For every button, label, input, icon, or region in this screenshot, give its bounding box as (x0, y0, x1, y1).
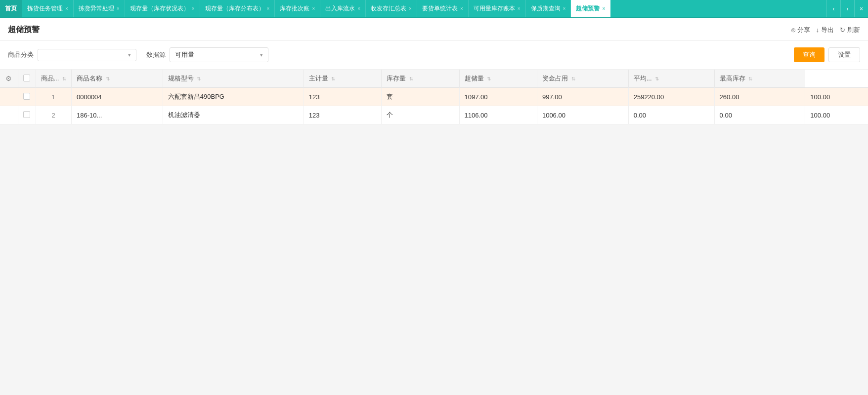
nav-item-shelf-life[interactable]: 保质期查询 × (526, 0, 571, 17)
sort-icon: ⇅ (655, 76, 659, 81)
col-header-stock[interactable]: 库存量 ⇅ (382, 70, 459, 88)
nav-item-flow[interactable]: 出入库流水 × (320, 0, 366, 17)
page-header: 超储预警 ⎋ 分享 ↓ 导出 ↻ 刷新 (0, 18, 868, 40)
overstock-table: ⚙ 商品... ⇅ 商品名称 ⇅ 规格型号 ⇅ 主计量 (0, 70, 868, 124)
filter-actions: 查询 设置 (794, 47, 860, 62)
close-icon[interactable]: × (518, 6, 521, 11)
row-check (18, 88, 36, 106)
row-capital: 0.00 (628, 106, 714, 124)
header-actions: ⎋ 分享 ↓ 导出 ↻ 刷新 (791, 26, 861, 35)
row-settings (0, 88, 18, 106)
row-spec: 123 (304, 88, 381, 106)
close-icon[interactable]: × (602, 6, 605, 11)
nav-item-home[interactable]: 首页 (0, 0, 22, 17)
table-row[interactable]: 2 186-10... 机油滤清器 123 个 1106.00 1006.00 … (0, 106, 868, 124)
nav-item-available[interactable]: 可用量库存账本 × (469, 0, 526, 17)
data-table-container: ⚙ 商品... ⇅ 商品名称 ⇅ 规格型号 ⇅ 主计量 (0, 70, 868, 124)
sort-icon: ⇅ (409, 76, 413, 81)
category-label: 商品分类 (8, 50, 34, 59)
row-unit: 套 (382, 88, 459, 106)
category-select[interactable]: ▾ (38, 49, 136, 61)
sort-icon: ⇅ (331, 76, 335, 81)
datasource-filter-group: 数据源 可用量 ▾ (146, 47, 268, 62)
row-overstock: 1006.00 (537, 106, 628, 124)
nav-item-summary[interactable]: 收发存汇总表 × (366, 0, 417, 17)
row-unit: 个 (382, 106, 459, 124)
sort-icon: ⇅ (571, 76, 575, 81)
datasource-select[interactable]: 可用量 ▾ (170, 47, 268, 62)
row-code: 186-10... (71, 106, 163, 124)
row-max-stock: 100.00 (805, 88, 868, 106)
col-header-unit[interactable]: 主计量 ⇅ (304, 70, 381, 88)
query-button[interactable]: 查询 (794, 47, 825, 62)
refresh-button[interactable]: ↻ 刷新 (840, 26, 860, 35)
export-icon: ↓ (816, 26, 820, 34)
nav-item-stock-status[interactable]: 现存量（库存状况表） × (125, 0, 200, 17)
row-checkbox[interactable] (23, 93, 30, 100)
row-max-stock: 100.00 (805, 106, 868, 124)
row-settings (0, 106, 18, 124)
sort-icon: ⇅ (487, 76, 491, 81)
sort-icon: ⇅ (748, 76, 752, 81)
col-header-max-stock[interactable]: 最高库存 ⇅ (714, 70, 805, 88)
close-icon[interactable]: × (563, 6, 566, 11)
table-row[interactable]: 1 0000004 六配套新昌490BPG 123 套 1097.00 997.… (0, 88, 868, 106)
col-header-code[interactable]: 商品... ⇅ (36, 70, 71, 88)
datasource-label: 数据源 (146, 50, 166, 59)
nav-arrows: ‹ › × (826, 0, 868, 17)
table-header-row: ⚙ 商品... ⇅ 商品名称 ⇅ 规格型号 ⇅ 主计量 (0, 70, 868, 88)
row-checkbox[interactable] (23, 111, 30, 118)
nav-item-pick-exception[interactable]: 拣货异常处理 × (74, 0, 125, 17)
datasource-value: 可用量 (175, 50, 194, 59)
nav-item-batch[interactable]: 库存批次账 × (275, 0, 320, 17)
nav-arrow-right[interactable]: › (840, 0, 854, 17)
row-overstock: 997.00 (537, 88, 628, 106)
share-icon: ⎋ (791, 26, 795, 34)
close-icon[interactable]: × (460, 6, 463, 11)
export-button[interactable]: ↓ 导出 (816, 26, 834, 35)
nav-item-overstock[interactable]: 超储预警 × (571, 0, 610, 17)
nav-item-pick-task[interactable]: 拣货任务管理 × (22, 0, 74, 17)
col-header-settings: ⚙ (0, 70, 18, 88)
nav-arrow-left[interactable]: ‹ (826, 0, 840, 17)
share-button[interactable]: ⎋ 分享 (791, 26, 810, 35)
row-avg: 260.00 (714, 88, 805, 106)
chevron-down-icon: ▾ (260, 52, 263, 58)
col-header-name[interactable]: 商品名称 ⇅ (71, 70, 163, 88)
chevron-down-icon: ▾ (128, 52, 131, 58)
sort-icon: ⇅ (106, 76, 110, 81)
refresh-icon: ↻ (840, 26, 845, 34)
filter-bar: 商品分类 ▾ 数据源 可用量 ▾ 查询 设置 (0, 40, 868, 70)
row-check (18, 106, 36, 124)
col-header-spec[interactable]: 规格型号 ⇅ (163, 70, 304, 88)
row-stock: 1106.00 (459, 106, 537, 124)
close-icon[interactable]: × (357, 6, 360, 11)
row-capital: 259220.00 (628, 88, 714, 106)
row-index: 1 (36, 88, 71, 106)
row-stock: 1097.00 (459, 88, 537, 106)
gear-icon[interactable]: ⚙ (5, 75, 12, 82)
col-header-capital[interactable]: 资金占用 ⇅ (537, 70, 628, 88)
col-header-avg[interactable]: 平均... ⇅ (628, 70, 714, 88)
sort-icon: ⇅ (62, 76, 66, 81)
row-avg: 0.00 (714, 106, 805, 124)
close-icon[interactable]: × (65, 6, 68, 11)
close-icon[interactable]: × (312, 6, 315, 11)
nav-arrow-close[interactable]: × (854, 0, 868, 17)
close-icon[interactable]: × (409, 6, 412, 11)
close-icon[interactable]: × (192, 6, 195, 11)
category-filter-group: 商品分类 ▾ (8, 49, 136, 61)
row-spec: 123 (304, 106, 381, 124)
page-title: 超储预警 (8, 25, 40, 35)
sort-icon: ⇅ (197, 76, 201, 81)
row-name: 六配套新昌490BPG (163, 88, 304, 106)
setting-button[interactable]: 设置 (828, 47, 860, 62)
col-header-check (18, 70, 36, 88)
row-code: 0000004 (71, 88, 163, 106)
col-header-overstock[interactable]: 超储量 ⇅ (459, 70, 537, 88)
select-all-checkbox[interactable] (23, 75, 30, 81)
close-icon[interactable]: × (117, 6, 120, 11)
close-icon[interactable]: × (267, 6, 270, 11)
nav-item-stock-dist[interactable]: 现存量（库存分布表） × (200, 0, 275, 17)
nav-item-order-stat[interactable]: 要货单统计表 × (417, 0, 469, 17)
